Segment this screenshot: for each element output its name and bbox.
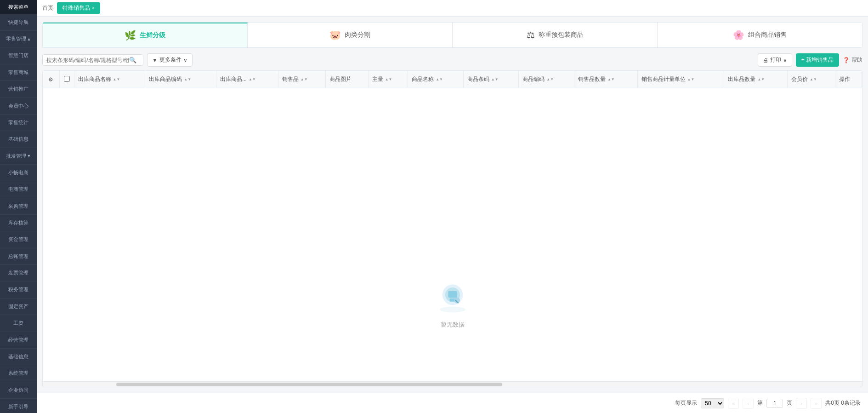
tab-fresh-grade[interactable]: 🌿 生鲜分级 xyxy=(43,23,248,47)
sidebar-item-wages[interactable]: 工资 xyxy=(0,315,37,332)
print-label: 打印 xyxy=(770,56,781,64)
filter-label: 更多条件 xyxy=(159,56,182,64)
add-label: + 新增销售品 xyxy=(801,56,834,64)
sidebar-item-quick-nav[interactable]: 快捷导航 xyxy=(0,14,37,31)
help-icon: ❓ xyxy=(843,57,850,63)
page-number-input[interactable] xyxy=(766,399,783,408)
sidebar-item-tax-mgmt[interactable]: 税务管理 xyxy=(0,281,37,298)
sidebar-item-system-mgmt[interactable]: 系统管理 xyxy=(0,365,37,382)
sidebar-item-inventory[interactable]: 库存核算 xyxy=(0,215,37,231)
sort-weight[interactable]: ▲▼ xyxy=(385,77,392,81)
tab-combo-sales[interactable]: 🌸 组合商品销售 xyxy=(658,23,862,47)
horizontal-scrollbar[interactable] xyxy=(43,381,862,387)
th-out-item[interactable]: 出库商品... ▲▼ xyxy=(216,71,278,88)
sidebar-item-purchase-mgmt[interactable]: 采购管理 xyxy=(0,198,37,215)
sort-out-name[interactable]: ▲▼ xyxy=(113,77,120,81)
sort-member-price[interactable]: ▲▼ xyxy=(810,77,817,81)
search-box[interactable]: 🔍 xyxy=(42,54,143,66)
sort-sale-item[interactable]: ▲▼ xyxy=(301,77,308,81)
tab-close-icon[interactable]: × xyxy=(92,6,95,11)
sort-out-qty[interactable]: ▲▼ xyxy=(757,77,765,81)
sidebar-item-enterprise-coop[interactable]: 企业协同 xyxy=(0,382,37,399)
sort-product-code[interactable]: ▲▼ xyxy=(546,77,554,81)
sidebar-item-fixed-assets[interactable]: 固定资产 xyxy=(0,298,37,315)
page-size-label: 每页显示 xyxy=(675,399,697,407)
th-sale-unit[interactable]: 销售商品计量单位 ▲▼ xyxy=(637,71,724,88)
sidebar-item-new-guide[interactable]: 新手引导 xyxy=(0,399,37,413)
sort-product-name[interactable]: ▲▼ xyxy=(436,77,443,81)
sidebar-item-general-ledger[interactable]: 总账管理 xyxy=(0,248,37,265)
sidebar-item-mini-ecom[interactable]: 小畅电商 xyxy=(0,165,37,181)
print-button[interactable]: 🖨 打印 ∨ xyxy=(758,53,792,67)
scrollbar-thumb[interactable] xyxy=(116,383,502,386)
svg-point-0 xyxy=(440,307,465,313)
prev-page-icon: ‹ xyxy=(747,401,749,406)
search-input[interactable] xyxy=(46,57,129,63)
sidebar-item-basic-info[interactable]: 基础信息 xyxy=(0,131,37,148)
empty-state: 暂无数据 xyxy=(43,226,862,382)
sort-sale-qty[interactable]: ▲▼ xyxy=(607,77,615,81)
sidebar-item-retail-stats[interactable]: 零售统计 xyxy=(0,115,37,131)
table-header-row: ⚙ 出库商品名称 ▲▼ xyxy=(43,71,862,88)
home-link[interactable]: 首页 xyxy=(42,4,53,12)
sidebar-item-member-center[interactable]: 会员中心 xyxy=(0,98,37,115)
table-scroll[interactable]: ⚙ 出库商品名称 ▲▼ xyxy=(43,71,862,226)
prev-page-button[interactable]: ‹ xyxy=(743,398,754,409)
filter-button[interactable]: ▼ 更多条件 ∨ xyxy=(147,53,193,67)
select-all-checkbox[interactable] xyxy=(64,76,70,82)
retail-mgmt-arrow: ▲ xyxy=(27,37,31,41)
sidebar-item-retail-mall[interactable]: 零售商城 xyxy=(0,64,37,81)
sidebar-item-wholesale-mgmt[interactable]: 批发管理 ▼ xyxy=(0,148,37,165)
sidebar-item-basic-info2[interactable]: 基础信息 xyxy=(0,349,37,365)
data-table: ⚙ 出库商品名称 ▲▼ xyxy=(43,71,862,88)
search-icon[interactable]: 🔍 xyxy=(129,57,136,63)
help-button[interactable]: ❓ 帮助 xyxy=(843,56,862,64)
sidebar-item-operations-mgmt[interactable]: 经营管理 xyxy=(0,332,37,349)
sidebar-item-sales-promo[interactable]: 营销推广 xyxy=(0,81,37,98)
sort-barcode[interactable]: ▲▼ xyxy=(491,77,499,81)
empty-text: 暂无数据 xyxy=(441,321,465,329)
th-out-qty[interactable]: 出库品数量 ▲▼ xyxy=(724,71,788,88)
meat-cut-label: 肉类分割 xyxy=(345,31,370,39)
add-button[interactable]: + 新增销售品 xyxy=(796,53,839,67)
sidebar-item-smart-store[interactable]: 智慧门店 xyxy=(0,47,37,64)
th-product-name[interactable]: 商品名称 ▲▼ xyxy=(408,71,464,88)
toolbar-right: 🖨 打印 ∨ + 新增销售品 ❓ 帮助 xyxy=(758,53,862,67)
page-size-select[interactable]: 10 20 50 100 xyxy=(701,398,724,408)
th-out-name[interactable]: 出库商品名称 ▲▼ xyxy=(74,71,145,88)
th-product-code[interactable]: 商品编码 ▲▼ xyxy=(519,71,574,88)
filter-chevron-icon: ∨ xyxy=(183,57,187,63)
th-barcode[interactable]: 商品条码 ▲▼ xyxy=(463,71,519,88)
sidebar-item-ecom-mgmt[interactable]: 电商管理 xyxy=(0,181,37,198)
th-settings[interactable]: ⚙ xyxy=(43,71,59,88)
sidebar-search[interactable]: 搜索菜单 xyxy=(0,0,37,14)
sort-out-code[interactable]: ▲▼ xyxy=(184,77,191,81)
empty-illustration xyxy=(434,278,471,315)
th-weight[interactable]: 主量 ▲▼ xyxy=(368,71,408,88)
sidebar-header-label: 搜索菜单 xyxy=(8,4,28,10)
pagination: 每页显示 10 20 50 100 « ‹ 第 页 › » 共0页 0条记录 xyxy=(37,393,868,413)
print-arrow: ∨ xyxy=(783,57,787,63)
sort-sale-unit[interactable]: ▲▼ xyxy=(687,77,695,81)
th-actions: 操作 xyxy=(835,71,862,88)
th-member-price[interactable]: 会员价 ▲▼ xyxy=(788,71,835,88)
sidebar-item-capital-mgmt[interactable]: 资金管理 xyxy=(0,231,37,248)
main-area: 首页 特殊销售品 × 🌿 生鲜分级 🐷 肉类分割 ⚖ 称重预包装商品 🌸 组合商… xyxy=(37,0,868,413)
first-page-button[interactable]: « xyxy=(728,398,739,409)
help-label: 帮助 xyxy=(851,56,862,64)
th-checkbox[interactable] xyxy=(59,71,74,88)
sidebar-item-invoice-mgmt[interactable]: 发票管理 xyxy=(0,265,37,281)
active-tab[interactable]: 特殊销售品 × xyxy=(57,2,100,14)
sidebar: 搜索菜单 快捷导航 零售管理 ▲ 智慧门店 零售商城 营销推广 会员中心 零售统… xyxy=(0,0,37,413)
tab-weight-package[interactable]: ⚖ 称重预包装商品 xyxy=(453,23,658,47)
th-sale-item[interactable]: 销售品 ▲▼ xyxy=(278,71,326,88)
last-page-button[interactable]: » xyxy=(811,398,822,409)
sort-out-item[interactable]: ▲▼ xyxy=(249,77,256,81)
th-sale-qty[interactable]: 销售品数量 ▲▼ xyxy=(574,71,637,88)
sidebar-item-retail-mgmt[interactable]: 零售管理 ▲ xyxy=(0,31,37,47)
weight-package-icon: ⚖ xyxy=(527,29,535,40)
th-out-code[interactable]: 出库商品编码 ▲▼ xyxy=(145,71,216,88)
content-area: 🌿 生鲜分级 🐷 肉类分割 ⚖ 称重预包装商品 🌸 组合商品销售 🔍 xyxy=(37,17,868,393)
tab-meat-cut[interactable]: 🐷 肉类分割 xyxy=(248,23,453,47)
next-page-button[interactable]: › xyxy=(796,398,807,409)
